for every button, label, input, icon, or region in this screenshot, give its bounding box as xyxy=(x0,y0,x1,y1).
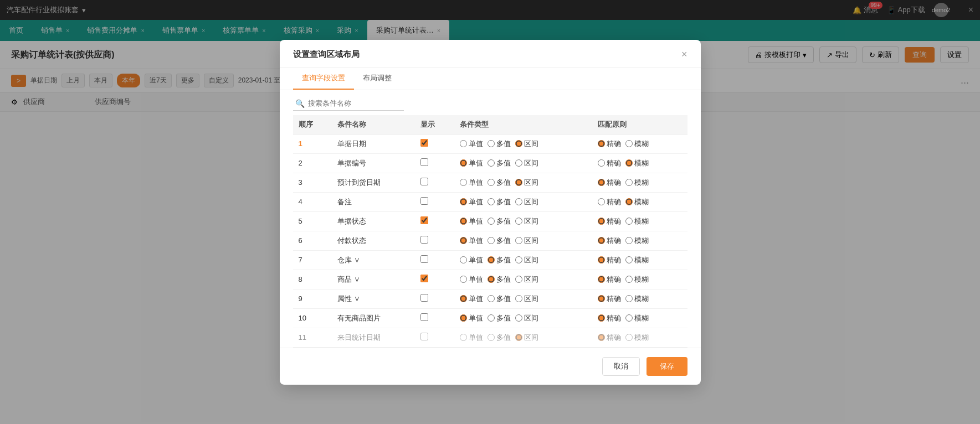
radio-type-单值[interactable]: 单值 xyxy=(460,197,483,207)
radio-type-单值[interactable]: 单值 xyxy=(460,236,483,246)
radio-rule-精确[interactable]: 精确 xyxy=(598,255,621,265)
save-button[interactable]: 保存 xyxy=(647,357,687,376)
cell-match-rule[interactable]: 精确模糊 xyxy=(592,270,687,289)
cell-condition-type[interactable]: 单值多值区间 xyxy=(454,270,592,289)
display-checkbox[interactable] xyxy=(420,313,428,321)
cell-display[interactable] xyxy=(415,211,454,231)
radio-rule-模糊[interactable]: 模糊 xyxy=(625,216,649,226)
cell-match-rule[interactable]: 精确模糊 xyxy=(592,134,687,153)
cell-match-rule[interactable]: 精确模糊 xyxy=(592,173,687,192)
search-box[interactable]: 🔍 xyxy=(293,97,404,111)
cell-display[interactable] xyxy=(415,134,454,153)
cell-match-rule[interactable]: 精确模糊 xyxy=(592,231,687,250)
cell-match-rule[interactable]: 精确模糊 xyxy=(592,211,687,231)
display-checkbox[interactable] xyxy=(420,236,428,244)
radio-type-单值[interactable]: 单值 xyxy=(460,178,483,188)
radio-type-多值[interactable]: 多值 xyxy=(488,139,511,149)
cell-display[interactable] xyxy=(415,231,454,250)
cell-display[interactable] xyxy=(415,328,454,347)
radio-type-单值[interactable]: 单值 xyxy=(460,275,483,285)
cell-condition-type[interactable]: 单值多值区间 xyxy=(454,231,592,250)
radio-type-单值[interactable]: 单值 xyxy=(460,294,483,304)
radio-rule-精确[interactable]: 精确 xyxy=(598,197,621,207)
display-checkbox[interactable] xyxy=(420,216,428,224)
radio-rule-模糊[interactable]: 模糊 xyxy=(625,313,649,323)
radio-rule-精确[interactable]: 精确 xyxy=(598,333,621,343)
cell-display[interactable] xyxy=(415,270,454,289)
radio-rule-模糊[interactable]: 模糊 xyxy=(625,197,649,207)
cell-condition-type[interactable]: 单值多值区间 xyxy=(454,134,592,153)
cell-condition-type[interactable]: 单值多值区间 xyxy=(454,211,592,231)
display-checkbox[interactable] xyxy=(420,294,428,302)
radio-type-区间[interactable]: 区间 xyxy=(515,178,538,188)
cell-condition-type[interactable]: 单值多值区间 xyxy=(454,328,592,347)
tab-layout-adjust[interactable]: 布局调整 xyxy=(354,68,401,90)
radio-rule-精确[interactable]: 精确 xyxy=(598,139,621,149)
radio-type-区间[interactable]: 区间 xyxy=(515,158,538,168)
radio-type-区间[interactable]: 区间 xyxy=(515,313,538,323)
radio-type-单值[interactable]: 单值 xyxy=(460,313,483,323)
radio-type-多值[interactable]: 多值 xyxy=(488,255,511,265)
cell-condition-type[interactable]: 单值多值区间 xyxy=(454,250,592,270)
cell-display[interactable] xyxy=(415,308,454,328)
radio-rule-精确[interactable]: 精确 xyxy=(598,216,621,226)
cell-match-rule[interactable]: 精确模糊 xyxy=(592,153,687,173)
display-checkbox[interactable] xyxy=(420,333,428,340)
radio-rule-精确[interactable]: 精确 xyxy=(598,313,621,323)
display-checkbox[interactable] xyxy=(420,255,428,263)
search-input[interactable] xyxy=(308,99,397,107)
radio-type-多值[interactable]: 多值 xyxy=(488,158,511,168)
cell-condition-type[interactable]: 单值多值区间 xyxy=(454,192,592,211)
radio-rule-模糊[interactable]: 模糊 xyxy=(625,294,649,304)
radio-type-多值[interactable]: 多值 xyxy=(488,197,511,207)
radio-type-多值[interactable]: 多值 xyxy=(488,236,511,246)
radio-rule-模糊[interactable]: 模糊 xyxy=(625,158,649,168)
radio-rule-精确[interactable]: 精确 xyxy=(598,275,621,285)
radio-rule-精确[interactable]: 精确 xyxy=(598,236,621,246)
radio-rule-精确[interactable]: 精确 xyxy=(598,178,621,188)
radio-type-区间[interactable]: 区间 xyxy=(515,236,538,246)
radio-rule-精确[interactable]: 精确 xyxy=(598,294,621,304)
radio-rule-模糊[interactable]: 模糊 xyxy=(625,333,649,343)
cell-condition-type[interactable]: 单值多值区间 xyxy=(454,153,592,173)
display-checkbox[interactable] xyxy=(420,275,428,282)
cell-match-rule[interactable]: 精确模糊 xyxy=(592,308,687,328)
radio-type-多值[interactable]: 多值 xyxy=(488,294,511,304)
radio-type-单值[interactable]: 单值 xyxy=(460,139,483,149)
radio-type-多值[interactable]: 多值 xyxy=(488,333,511,343)
radio-rule-模糊[interactable]: 模糊 xyxy=(625,236,649,246)
display-checkbox[interactable] xyxy=(420,178,428,185)
cell-match-rule[interactable]: 精确模糊 xyxy=(592,192,687,211)
radio-type-多值[interactable]: 多值 xyxy=(488,178,511,188)
cell-display[interactable] xyxy=(415,192,454,211)
cell-display[interactable] xyxy=(415,153,454,173)
cell-display[interactable] xyxy=(415,250,454,270)
cell-condition-type[interactable]: 单值多值区间 xyxy=(454,173,592,192)
radio-type-多值[interactable]: 多值 xyxy=(488,275,511,285)
display-checkbox[interactable] xyxy=(420,139,428,147)
radio-type-单值[interactable]: 单值 xyxy=(460,255,483,265)
cell-match-rule[interactable]: 精确模糊 xyxy=(592,250,687,270)
radio-type-区间[interactable]: 区间 xyxy=(515,216,538,226)
tab-query-fields[interactable]: 查询字段设置 xyxy=(293,68,354,90)
radio-type-区间[interactable]: 区间 xyxy=(515,255,538,265)
radio-rule-模糊[interactable]: 模糊 xyxy=(625,275,649,285)
modal-close-button[interactable]: × xyxy=(681,49,687,60)
radio-type-区间[interactable]: 区间 xyxy=(515,197,538,207)
radio-rule-精确[interactable]: 精确 xyxy=(598,158,621,168)
display-checkbox[interactable] xyxy=(420,158,428,166)
radio-type-区间[interactable]: 区间 xyxy=(515,294,538,304)
radio-type-区间[interactable]: 区间 xyxy=(515,275,538,285)
radio-type-单值[interactable]: 单值 xyxy=(460,333,483,343)
cell-display[interactable] xyxy=(415,173,454,192)
radio-type-区间[interactable]: 区间 xyxy=(515,333,538,343)
radio-type-单值[interactable]: 单值 xyxy=(460,158,483,168)
radio-type-单值[interactable]: 单值 xyxy=(460,216,483,226)
cancel-button[interactable]: 取消 xyxy=(602,357,640,376)
cell-match-rule[interactable]: 精确模糊 xyxy=(592,289,687,308)
cell-condition-type[interactable]: 单值多值区间 xyxy=(454,289,592,308)
radio-rule-模糊[interactable]: 模糊 xyxy=(625,178,649,188)
radio-type-多值[interactable]: 多值 xyxy=(488,216,511,226)
radio-rule-模糊[interactable]: 模糊 xyxy=(625,255,649,265)
cell-match-rule[interactable]: 精确模糊 xyxy=(592,328,687,347)
